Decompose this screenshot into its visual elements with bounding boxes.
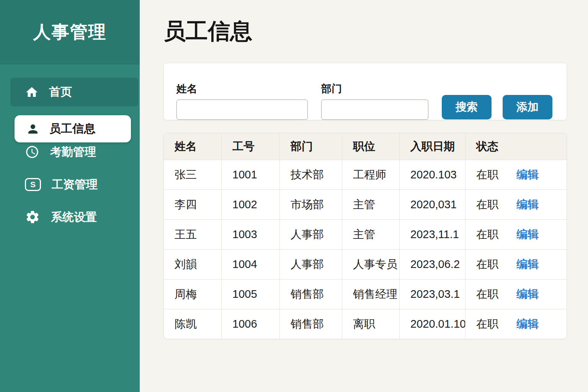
cell-name: 刘韻 — [164, 250, 222, 279]
cell-department: 销售部 — [280, 309, 342, 339]
cell-department: 人事部 — [280, 250, 342, 279]
column-header: 部门 — [280, 133, 342, 160]
cell-name: 张三 — [164, 160, 222, 189]
table-body: 张三 1001 技术部 工程师 2020.103 在职 编辑 李四 1002 市… — [164, 160, 567, 339]
table-row: 刘韻 1004 人事部 人事专员 2023,06.2 在职 编辑 — [164, 249, 567, 279]
cell-status: 在职 编辑 — [466, 190, 567, 219]
home-icon — [25, 85, 39, 99]
cell-position: 主管 — [342, 190, 400, 219]
name-label: 姓名 — [176, 82, 308, 96]
column-header: 入职日期 — [400, 133, 466, 160]
name-field-group: 姓名 — [176, 82, 308, 120]
cell-name: 周梅 — [164, 279, 222, 309]
cell-status: 在职 编辑 — [466, 250, 567, 279]
cell-hire-date: 2020.01.10 — [400, 309, 466, 339]
page-title: 员工信息 — [163, 20, 567, 42]
sidebar-item-attendance[interactable]: 考勤管理 — [0, 142, 140, 162]
cell-employee-id: 1006 — [222, 309, 280, 339]
cell-name: 陈凯 — [164, 309, 222, 339]
status-text: 在职 — [476, 227, 498, 242]
column-header: 职位 — [342, 133, 400, 160]
cell-hire-date: 2020.103 — [400, 160, 466, 189]
edit-link[interactable]: 编辑 — [516, 287, 539, 302]
cell-name: 王五 — [164, 220, 222, 249]
cell-name: 李四 — [164, 190, 222, 219]
cell-hire-date: 2023,11.1 — [400, 220, 466, 249]
dept-input[interactable] — [321, 100, 428, 120]
table-row: 陈凯 1006 销售部 离职 2020.01.10 在职 编辑 — [164, 309, 567, 339]
edit-link[interactable]: 编辑 — [516, 197, 539, 212]
cell-hire-date: 2023,06.2 — [400, 250, 466, 279]
sidebar-item-label: 首页 — [49, 84, 72, 100]
clock-icon — [25, 145, 39, 159]
cell-position: 工程师 — [342, 160, 400, 189]
cell-department: 市场部 — [280, 190, 342, 219]
cell-employee-id: 1004 — [222, 250, 280, 279]
sidebar-item-settings[interactable]: 系统设置 — [0, 207, 140, 227]
search-panel: 姓名 部门 搜索 添加 — [163, 63, 567, 120]
column-header: 状态 — [466, 133, 567, 160]
cell-employee-id: 1002 — [222, 190, 280, 219]
cell-status: 在职 编辑 — [466, 309, 567, 339]
table-header-row: 姓名工号部门职位入职日期状态 — [164, 133, 567, 160]
dept-field-group: 部门 — [321, 82, 428, 120]
cell-position: 主管 — [342, 220, 400, 249]
cell-hire-date: 2020,031 — [400, 190, 466, 219]
cell-hire-date: 2023,03.1 — [400, 279, 466, 309]
gear-icon — [25, 209, 40, 225]
cell-employee-id: 1001 — [222, 160, 280, 189]
column-header: 工号 — [222, 133, 280, 160]
cell-employee-id: 1005 — [222, 279, 280, 309]
main-content: 员工信息 姓名 部门 搜索 添加 姓名工号部门职位入职日期状态 张三 1001 … — [140, 0, 588, 392]
cell-status: 在职 编辑 — [466, 279, 567, 309]
cell-department: 人事部 — [280, 220, 342, 249]
table-row: 周梅 1005 销售部 销售经理 2023,03.1 在职 编辑 — [164, 279, 567, 309]
status-text: 在职 — [476, 257, 498, 272]
sidebar-header: 人事管理 — [0, 0, 140, 64]
table-row: 王五 1003 人事部 主管 2023,11.1 在职 编辑 — [164, 219, 567, 249]
search-button[interactable]: 搜索 — [442, 95, 492, 119]
employee-table: 姓名工号部门职位入职日期状态 张三 1001 技术部 工程师 2020.103 … — [163, 133, 567, 339]
sidebar-item-label: 考勤管理 — [50, 144, 96, 160]
cell-department: 销售部 — [280, 279, 342, 309]
cell-employee-id: 1003 — [222, 220, 280, 249]
table-row: 张三 1001 技术部 工程师 2020.103 在职 编辑 — [164, 160, 567, 189]
sidebar-nav: 首页 员工信息 考勤管理 S 工资管理 — [0, 64, 140, 227]
cell-status: 在职 编辑 — [466, 220, 567, 249]
salary-icon: S — [25, 178, 41, 191]
dept-label: 部门 — [321, 82, 428, 96]
edit-link[interactable]: 编辑 — [516, 257, 539, 272]
edit-link[interactable]: 编辑 — [516, 317, 539, 332]
sidebar-item-home[interactable]: 首页 — [10, 78, 138, 106]
status-text: 在职 — [476, 167, 498, 183]
edit-link[interactable]: 编辑 — [516, 167, 539, 183]
cell-status: 在职 编辑 — [466, 160, 567, 189]
user-icon — [26, 122, 40, 136]
sidebar-item-employees[interactable]: 员工信息 — [15, 115, 131, 142]
hr-app: 人事管理 首页 员工信息 考勤管理 — [0, 0, 588, 392]
app-title: 人事管理 — [33, 20, 107, 44]
search-actions: 搜索 添加 — [442, 95, 552, 120]
sidebar-item-salary[interactable]: S 工资管理 — [0, 175, 140, 194]
sidebar: 人事管理 首页 员工信息 考勤管理 — [0, 0, 140, 392]
sidebar-item-label: 员工信息 — [49, 121, 95, 137]
edit-link[interactable]: 编辑 — [516, 227, 539, 242]
status-text: 在职 — [476, 287, 498, 302]
cell-position: 销售经理 — [342, 279, 400, 309]
column-header: 姓名 — [164, 133, 222, 160]
table-row: 李四 1002 市场部 主管 2020,031 在职 编辑 — [164, 189, 567, 219]
cell-position: 人事专员 — [342, 250, 400, 279]
sidebar-item-label: 工资管理 — [52, 177, 98, 193]
cell-department: 技术部 — [280, 160, 342, 189]
name-input[interactable] — [176, 100, 308, 120]
add-button[interactable]: 添加 — [503, 95, 552, 119]
status-text: 在职 — [476, 197, 498, 212]
cell-position: 离职 — [342, 309, 400, 339]
sidebar-item-label: 系统设置 — [51, 209, 97, 225]
status-text: 在职 — [476, 317, 498, 332]
